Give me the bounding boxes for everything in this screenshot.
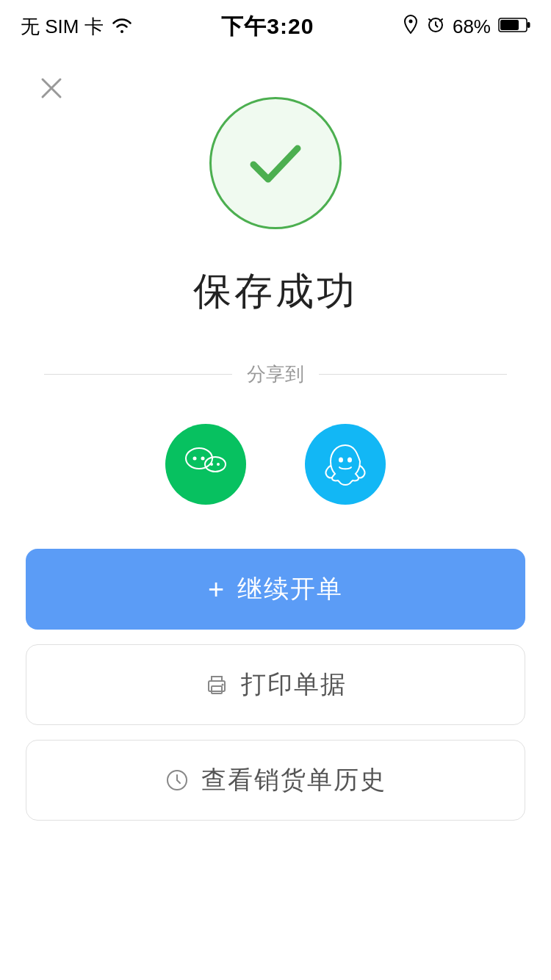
svg-point-8 bbox=[205, 457, 226, 472]
share-section: 分享到 bbox=[0, 361, 551, 505]
checkmark-icon bbox=[239, 126, 312, 200]
svg-point-17 bbox=[222, 684, 224, 686]
close-button[interactable] bbox=[29, 66, 73, 110]
print-label: 打印单据 bbox=[241, 668, 347, 702]
svg-point-9 bbox=[193, 457, 197, 461]
action-buttons: + 继续开单 打印单据 查看销货单历史 bbox=[26, 549, 525, 821]
status-time: 下午3:20 bbox=[221, 12, 314, 42]
svg-point-10 bbox=[201, 457, 205, 461]
plus-icon: + bbox=[208, 574, 226, 605]
status-right: 68% bbox=[403, 15, 530, 39]
alarm-icon bbox=[426, 15, 445, 39]
history-label: 查看销货单历史 bbox=[201, 763, 386, 797]
battery-icon bbox=[498, 15, 530, 38]
continue-label: 继续开单 bbox=[237, 572, 343, 606]
history-button[interactable]: 查看销货单历史 bbox=[26, 740, 525, 821]
svg-rect-4 bbox=[500, 20, 519, 30]
main-content: 保存成功 分享到 bbox=[0, 53, 551, 821]
print-button[interactable]: 打印单据 bbox=[26, 644, 525, 725]
divider-line-right bbox=[319, 374, 507, 375]
share-icons bbox=[165, 424, 386, 505]
divider-line-left bbox=[44, 374, 232, 375]
qq-icon bbox=[323, 439, 367, 489]
wifi-icon bbox=[111, 15, 133, 38]
clock-icon bbox=[165, 768, 190, 793]
svg-point-14 bbox=[347, 458, 352, 463]
svg-point-0 bbox=[408, 19, 412, 23]
success-circle bbox=[209, 97, 342, 229]
success-title: 保存成功 bbox=[193, 266, 358, 317]
svg-point-13 bbox=[339, 458, 343, 463]
svg-point-11 bbox=[210, 463, 213, 466]
share-divider: 分享到 bbox=[0, 361, 551, 387]
carrier-text: 无 SIM 卡 bbox=[21, 14, 104, 40]
svg-rect-3 bbox=[527, 22, 530, 28]
status-left: 无 SIM 卡 bbox=[21, 14, 133, 40]
qq-share-button[interactable] bbox=[305, 424, 386, 505]
wechat-icon bbox=[181, 442, 230, 486]
svg-rect-16 bbox=[212, 686, 222, 693]
svg-point-12 bbox=[217, 463, 220, 466]
wechat-share-button[interactable] bbox=[165, 424, 246, 505]
battery-text: 68% bbox=[453, 15, 491, 38]
status-bar: 无 SIM 卡 下午3:20 68% bbox=[0, 0, 551, 53]
printer-icon bbox=[204, 672, 229, 697]
location-icon bbox=[403, 15, 419, 39]
continue-button[interactable]: + 继续开单 bbox=[26, 549, 525, 630]
share-label: 分享到 bbox=[247, 361, 304, 387]
